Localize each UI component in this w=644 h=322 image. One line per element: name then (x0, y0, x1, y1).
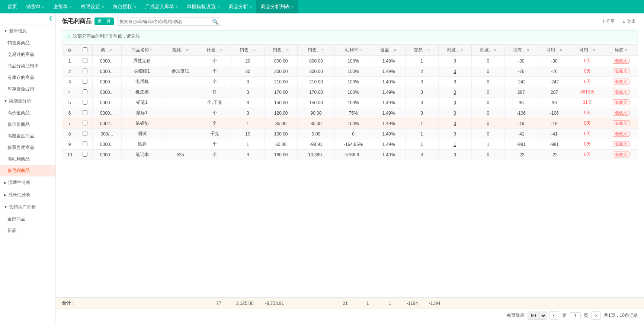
browse-count-link[interactable]: 0 (454, 111, 456, 116)
col-header-check[interactable] (77, 45, 93, 56)
col-header-settings[interactable]: ⚙ (62, 45, 77, 56)
row-checkbox[interactable] (77, 77, 93, 87)
sidebar-item-低覆盖度商品[interactable]: 低覆盖度商品 (0, 142, 55, 153)
browse-count-link[interactable]: 0 (454, 69, 456, 74)
sidebar-group-类别量分析[interactable]: ▼类别量分析 (0, 95, 55, 107)
browse-count-link[interactable]: 0 (454, 131, 456, 137)
sort-icon[interactable]: ⇅ (253, 48, 256, 52)
row-select-checkbox[interactable] (83, 79, 87, 84)
browse-count-link[interactable]: 0 (454, 121, 456, 126)
sidebar-collapse-button[interactable]: 《 (0, 13, 55, 25)
browse-count[interactable]: 0 (438, 87, 471, 98)
sidebar-group-成长性分析[interactable]: ▶成长性分析 (0, 189, 55, 201)
sidebar-item-低毛利商品[interactable]: 低毛利商品 (0, 165, 55, 176)
browse-count-link[interactable]: 0 (454, 79, 456, 85)
browse-count[interactable]: 0 (438, 129, 471, 139)
sort-icon[interactable]: ⇅ (460, 48, 463, 52)
browse-count[interactable]: 0 (438, 77, 471, 87)
browse-count[interactable]: 0 (438, 118, 471, 129)
prev-page-button[interactable]: ＜ (550, 311, 559, 320)
row-select-checkbox[interactable] (83, 131, 87, 136)
sort-icon[interactable]: ⇅ (150, 48, 153, 52)
browse-count-link[interactable]: 0 (454, 152, 456, 157)
row-checkbox[interactable] (77, 150, 93, 160)
browse-count[interactable]: 0 (438, 56, 471, 66)
filter-tag-button[interactable]: 近一月 (94, 17, 114, 25)
per-page-select[interactable]: 50 100 200 (528, 312, 547, 320)
row-checkbox[interactable] (77, 56, 93, 66)
sidebar-group-流通性分析[interactable]: ▶流通性分析 (0, 176, 55, 189)
close-tab-icon[interactable]: × (42, 4, 44, 9)
close-tab-icon[interactable]: × (134, 4, 136, 9)
nav-item-产成品入库单[interactable]: 产成品入库单× (141, 0, 182, 13)
sidebar-item-新品[interactable]: 新品 (0, 225, 55, 236)
sidebar-group-营销推广分析[interactable]: ▼营销推广分析 (0, 201, 55, 213)
nav-item-首页[interactable]: 首页 (3, 0, 22, 13)
nav-item-进货单[interactable]: 进货单× (49, 0, 76, 13)
next-page-button[interactable]: ＞ (591, 311, 601, 320)
sort-icon[interactable]: ⇅ (359, 48, 362, 52)
sort-icon[interactable]: ⇅ (560, 48, 563, 52)
sort-icon[interactable]: ⇅ (394, 48, 397, 52)
row-select-checkbox[interactable] (83, 89, 87, 94)
row-checkbox[interactable] (77, 129, 93, 139)
nav-item-权限设置[interactable]: 权限设置× (76, 0, 108, 13)
row-select-checkbox[interactable] (83, 110, 87, 115)
share-button[interactable]: ⤴ 分享 (600, 17, 617, 26)
close-tab-icon[interactable]: × (69, 4, 71, 9)
close-tab-icon[interactable]: × (250, 4, 252, 9)
sort-icon[interactable]: ⇅ (286, 48, 289, 52)
row-checkbox[interactable] (77, 98, 93, 108)
sidebar-item-有库存的商品[interactable]: 有库存的商品 (0, 72, 55, 83)
row-checkbox[interactable] (77, 139, 93, 150)
table-container[interactable]: ⚙商...⇅商品名称⇅规格...⇅计量...⇅销售...⇅销售...⇅销售...… (56, 44, 644, 297)
row-checkbox[interactable] (77, 108, 93, 118)
sort-icon[interactable]: ⇅ (186, 48, 189, 52)
sort-icon[interactable]: ⇅ (493, 48, 496, 52)
sort-icon[interactable]: ⇅ (526, 48, 529, 52)
sidebar-group-整体信息[interactable]: ▼整体信息 (0, 25, 55, 37)
sidebar-item-商品分类助销率[interactable]: 商品分类助销率 (0, 60, 55, 72)
nav-item-商品分析[interactable]: 商品分析× (224, 0, 256, 13)
row-select-checkbox[interactable] (83, 141, 87, 146)
nav-item-角色授权[interactable]: 角色授权× (108, 0, 140, 13)
sidebar-item-库存资金占用[interactable]: 库存资金占用 (0, 83, 55, 95)
close-tab-icon[interactable]: × (102, 4, 104, 9)
search-input[interactable] (119, 19, 212, 24)
browse-count-link[interactable]: 0 (454, 58, 456, 64)
sort-icon[interactable]: ⇅ (593, 48, 596, 52)
sort-icon[interactable]: ⇅ (220, 48, 223, 52)
row-select-checkbox[interactable] (83, 121, 87, 125)
close-tab-icon[interactable]: × (176, 4, 178, 9)
nav-item-销货单[interactable]: 销货单× (22, 0, 49, 13)
browse-count[interactable]: 0 (438, 108, 471, 118)
sidebar-item-高覆盖度商品[interactable]: 高覆盖度商品 (0, 130, 55, 142)
browse-count-link[interactable]: 0 (454, 100, 456, 105)
browse-count[interactable]: 0 (438, 66, 471, 77)
nav-item-单据模板设置[interactable]: 单据模板设置× (182, 0, 224, 13)
row-checkbox[interactable] (77, 118, 93, 129)
nav-item-商品分析列表[interactable]: 商品分析列表× (256, 0, 298, 13)
sidebar-item-高价值商品[interactable]: 高价值商品 (0, 107, 55, 119)
sort-icon[interactable]: ⇅ (427, 48, 430, 52)
browse-count[interactable]: 0 (438, 150, 471, 160)
row-select-checkbox[interactable] (83, 58, 87, 63)
sort-icon[interactable]: ⇅ (321, 48, 324, 52)
export-button[interactable]: ↧ 导出 (620, 17, 638, 26)
row-select-checkbox[interactable] (83, 68, 87, 73)
sort-icon[interactable]: ⇅ (624, 48, 627, 52)
browse-count-link[interactable]: 1 (454, 142, 456, 147)
sidebar-item-低价值商品[interactable]: 低价值商品 (0, 119, 55, 130)
close-tab-icon[interactable]: × (217, 4, 220, 9)
row-select-checkbox[interactable] (83, 152, 87, 157)
sort-icon[interactable]: ⇅ (110, 48, 113, 52)
browse-count-link[interactable]: 0 (454, 90, 456, 95)
sidebar-item-高毛利商品[interactable]: 高毛利商品 (0, 153, 55, 165)
row-checkbox[interactable] (77, 87, 93, 98)
select-all-checkbox[interactable] (83, 47, 87, 52)
sidebar-item-销售类商品[interactable]: 销售类商品 (0, 37, 55, 49)
close-tab-icon[interactable]: × (291, 4, 294, 9)
browse-count[interactable]: 1 (438, 139, 471, 150)
row-checkbox[interactable] (77, 66, 93, 77)
sidebar-item-全部商品[interactable]: 全部商品 (0, 213, 55, 225)
